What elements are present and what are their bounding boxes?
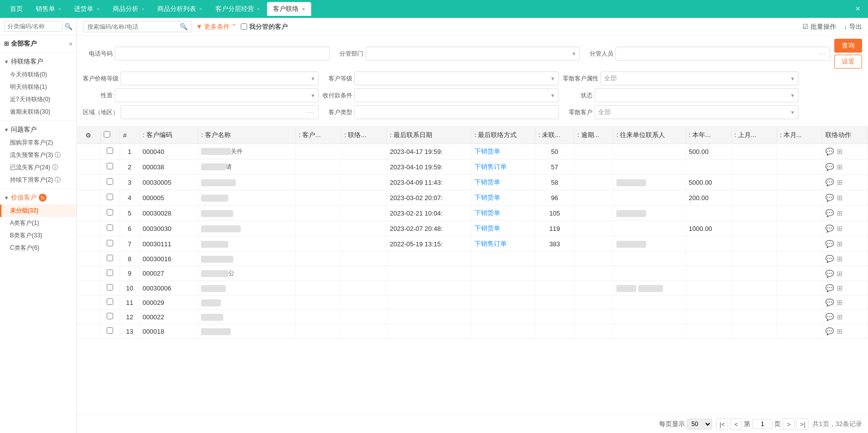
sidebar-item-tomorrow[interactable]: 明天待联络(1) (0, 81, 76, 93)
checkbox-cell[interactable] (100, 236, 120, 252)
grid-action-icon[interactable]: ⊞ (837, 298, 843, 306)
my-customers-filter[interactable]: 我分管的客户 (241, 22, 288, 31)
tab-product-analysis-list[interactable]: 商品分析列表 × (151, 2, 208, 16)
customer-type-select[interactable] (354, 105, 558, 119)
contact-way-link[interactable]: 下销售订单 (474, 240, 507, 247)
status-select[interactable]: ▼ (595, 88, 799, 102)
close-product-analysis-tab[interactable]: × (141, 6, 144, 12)
sidebar-item-class-c[interactable]: C类客户(6) (0, 242, 76, 254)
window-close-button[interactable]: × (852, 4, 864, 13)
checkbox-cell[interactable] (100, 144, 120, 159)
row-checkbox[interactable] (107, 224, 113, 231)
batch-ops-btn[interactable]: ☑ 批量操作 (802, 22, 836, 31)
row-checkbox[interactable] (107, 298, 113, 305)
problem-customer-group[interactable]: ▼ 问题客户 (0, 123, 76, 137)
query-button[interactable]: 查询 (834, 39, 862, 53)
checkbox-cell[interactable] (100, 175, 120, 190)
row-checkbox[interactable] (107, 194, 113, 200)
grid-action-icon[interactable]: ⊞ (837, 284, 843, 292)
chat-icon[interactable]: 💬 (825, 255, 834, 263)
contact-way-link[interactable]: 下销货单 (474, 178, 500, 186)
sidebar-item-class-b[interactable]: B类客户(33) (0, 229, 76, 242)
contact-way-link[interactable]: 下销货单 (474, 224, 500, 232)
checkbox-cell[interactable] (100, 266, 120, 281)
export-btn[interactable]: ↓ 导出 (844, 22, 863, 31)
sidebar-item-overdue[interactable]: 逾期未联络(30) (0, 106, 76, 118)
grid-action-icon[interactable]: ⊞ (837, 178, 843, 186)
customer-grade-select[interactable]: ▼ (354, 72, 558, 85)
retail-attr-select[interactable]: 全部 ▼ (601, 72, 799, 85)
chat-icon[interactable]: 💬 (825, 270, 834, 278)
price-grade-select[interactable]: ▼ (121, 72, 319, 85)
tab-product-analysis[interactable]: 商品分析 × (107, 2, 150, 16)
chat-icon[interactable]: 💬 (825, 178, 834, 186)
checkbox-cell[interactable] (100, 190, 120, 206)
row-checkbox[interactable] (107, 163, 113, 169)
row-checkbox[interactable] (107, 270, 113, 276)
sidebar-search-icon[interactable]: 🔍 (65, 23, 72, 30)
checkbox-cell[interactable] (100, 295, 120, 310)
chat-icon[interactable]: 💬 (825, 313, 834, 321)
sidebar-item-lost[interactable]: 已流失客户(24) ⓘ (0, 161, 76, 174)
chat-icon[interactable]: 💬 (825, 240, 834, 248)
filter-search-input[interactable] (87, 23, 180, 30)
row-checkbox[interactable] (107, 240, 113, 246)
checkbox-cell[interactable] (100, 159, 120, 175)
grid-action-icon[interactable]: ⊞ (837, 313, 843, 321)
checkbox-column-header[interactable] (100, 127, 120, 144)
tab-customer-contact[interactable]: 客户联络 × (267, 2, 311, 16)
person-select[interactable]: ··· (615, 47, 830, 61)
select-all-checkbox[interactable] (104, 131, 110, 138)
grid-action-icon[interactable]: ⊞ (837, 224, 843, 232)
pending-contact-group[interactable]: ▼ 待联络客户 (0, 55, 76, 69)
retail-customer-select[interactable]: 全部 ▼ (595, 105, 799, 119)
sidebar-item-declining[interactable]: 持续下滑客户(2) ⓘ (0, 174, 76, 186)
close-product-list-tab[interactable]: × (199, 6, 202, 12)
grid-action-icon[interactable]: ⊞ (837, 209, 843, 217)
grid-action-icon[interactable]: ⊞ (837, 270, 843, 278)
nature-select[interactable]: ▼ (115, 88, 319, 102)
all-customers-header[interactable]: ⊞ 全部客户 « (0, 35, 76, 50)
last-page-btn[interactable]: >| (797, 418, 808, 430)
tab-sales[interactable]: 销售单 × (30, 2, 67, 16)
checkbox-cell[interactable] (100, 281, 120, 295)
contact-way-link[interactable]: 下销售订单 (474, 163, 507, 170)
close-contact-tab[interactable]: × (302, 6, 305, 12)
close-tier-tab[interactable]: × (257, 6, 260, 12)
payment-select[interactable]: ▼ (354, 88, 558, 102)
chat-icon[interactable]: 💬 (825, 194, 834, 202)
reset-button[interactable]: 设置 (834, 55, 862, 69)
page-number-input[interactable] (752, 419, 772, 429)
chat-icon[interactable]: 💬 (825, 284, 834, 292)
grid-action-icon[interactable]: ⊞ (837, 240, 843, 248)
row-checkbox[interactable] (107, 209, 113, 216)
row-checkbox[interactable] (107, 147, 113, 154)
sidebar-item-ungrouped[interactable]: 未分组(32) (0, 205, 76, 217)
row-checkbox[interactable] (107, 327, 113, 334)
chat-icon[interactable]: 💬 (825, 327, 834, 335)
chat-icon[interactable]: 💬 (825, 298, 834, 306)
filter-search-icon[interactable]: 🔍 (180, 23, 188, 30)
filter-search-box[interactable]: 🔍 (83, 21, 192, 32)
contact-way-link[interactable]: 下销货单 (474, 209, 500, 216)
checkbox-cell[interactable] (100, 206, 120, 221)
contact-way-link[interactable]: 下销货单 (474, 147, 500, 155)
filter-more-conditions-btn[interactable]: ▼ 更多条件 ⌃ (196, 22, 237, 31)
region-select[interactable]: ··· (121, 105, 319, 119)
checkbox-cell[interactable] (100, 221, 120, 236)
sidebar-item-abnormal[interactable]: 囤购异常客户(2) (0, 137, 76, 149)
sidebar-search-input[interactable] (4, 21, 63, 32)
sidebar-collapse-btn[interactable]: « (69, 40, 72, 47)
contact-way-link[interactable]: 下销货单 (474, 194, 500, 201)
row-checkbox[interactable] (107, 255, 113, 261)
phone-input[interactable] (115, 47, 330, 61)
settings-column-header[interactable]: ⚙ (77, 127, 100, 144)
close-purchase-tab[interactable]: × (96, 6, 99, 12)
sidebar-item-churn-warning[interactable]: 流失预警客户(3) ⓘ (0, 149, 76, 161)
chat-icon[interactable]: 💬 (825, 224, 834, 232)
chat-icon[interactable]: 💬 (825, 209, 834, 217)
dept-select[interactable]: ▼ (365, 47, 580, 61)
chat-icon[interactable]: 💬 (825, 147, 834, 155)
grid-action-icon[interactable]: ⊞ (837, 327, 843, 335)
row-checkbox[interactable] (107, 313, 113, 319)
